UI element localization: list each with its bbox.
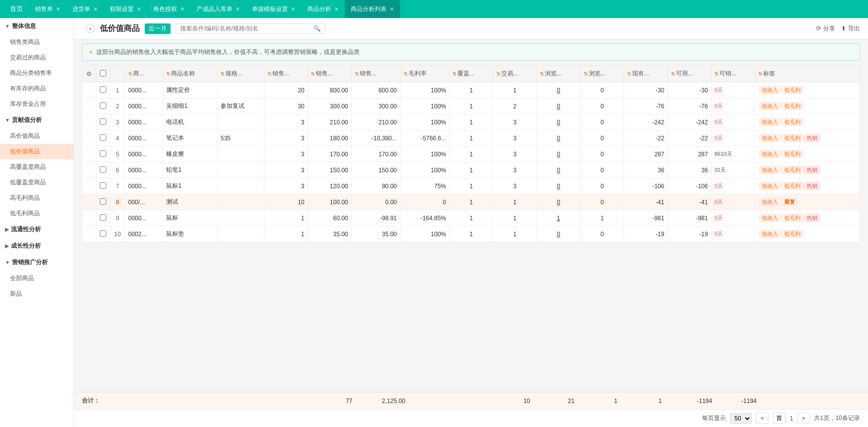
nav-template[interactable]: 单据模板设置✕ [246, 0, 301, 18]
sidebar-group-marketing[interactable]: ▼ 营销推广分析 [0, 254, 73, 271]
period-btn[interactable]: 近一月 [145, 23, 171, 34]
close-analysis-list-icon[interactable]: ✕ [390, 6, 394, 12]
col-sellable[interactable]: ⇅可销... [711, 65, 755, 82]
row-settings-btn[interactable] [82, 194, 96, 210]
sidebar-group-growth[interactable]: ▶ 成长性分析 [0, 238, 73, 254]
row-checkbox[interactable] [100, 134, 106, 141]
nav-analysis-list[interactable]: 商品分析列表✕ [345, 0, 400, 18]
sidebar-item-sales-goods[interactable]: 销售类商品 [0, 34, 73, 50]
col-browse1[interactable]: ⇅浏览... [537, 65, 580, 82]
row-name[interactable]: 鼠标垫 [163, 226, 217, 242]
sidebar-item-high-margin[interactable]: 高毛利商品 [0, 190, 73, 206]
row-settings-btn[interactable] [82, 82, 96, 98]
close-purchase-icon[interactable]: ✕ [93, 6, 98, 12]
row-name[interactable]: 鼠标 [163, 210, 217, 226]
sidebar-item-new-goods[interactable]: 新品 [0, 286, 73, 302]
row-checkbox[interactable] [100, 182, 106, 189]
search-icon[interactable]: 🔍 [313, 25, 321, 32]
row-checkbox[interactable] [100, 198, 106, 205]
export-btn[interactable]: ⬆ 导出 [841, 24, 860, 33]
close-role-icon[interactable]: ✕ [180, 6, 185, 12]
browse1-link[interactable]: 0 [557, 231, 560, 238]
browse1-link[interactable]: 0 [557, 119, 560, 126]
row-checkbox[interactable] [100, 166, 106, 173]
row-name[interactable]: 吴细细1 [163, 98, 217, 114]
row-settings-btn[interactable] [82, 98, 96, 114]
col-cover[interactable]: ⇅覆盖... [449, 65, 493, 82]
browse1-link[interactable]: 0 [557, 183, 560, 190]
col-current[interactable]: ⇅现有... [624, 65, 667, 82]
row-settings-btn[interactable] [82, 162, 96, 178]
row-name[interactable]: 属性定价 [163, 82, 217, 98]
browse1-link[interactable]: 0 [557, 135, 560, 142]
row-checkbox[interactable] [100, 102, 106, 109]
row-name[interactable]: 笔记本 [163, 130, 217, 146]
first-page-btn[interactable]: ＜ [756, 413, 769, 424]
sidebar-item-high-value[interactable]: 高价值商品 [0, 128, 73, 144]
nav-product-stock[interactable]: 产成品入库单✕ [191, 0, 246, 18]
col-sales-amt[interactable]: ⇅销售... [308, 65, 351, 82]
row-settings-btn[interactable] [82, 178, 96, 194]
col-spec[interactable]: ⇅规格... [217, 65, 264, 82]
col-settings[interactable]: ⚙ [82, 65, 96, 82]
sidebar-group-overall[interactable]: ▼ 整体信息 [0, 18, 73, 34]
col-browse2[interactable]: ⇅浏览... [580, 65, 624, 82]
row-name[interactable]: 电话机 [163, 114, 217, 130]
row-name[interactable]: 铅笔1 [163, 162, 217, 178]
nav-sales[interactable]: 销售单✕ [29, 0, 66, 18]
sidebar-item-low-margin[interactable]: 低毛利商品 [0, 206, 73, 221]
browse1-link[interactable]: 0 [557, 167, 560, 174]
row-settings-btn[interactable] [82, 210, 96, 226]
nav-role[interactable]: 角色授权✕ [147, 0, 191, 18]
select-all-checkbox[interactable] [100, 70, 106, 76]
sidebar-item-all-goods[interactable]: 全部商品 [0, 271, 73, 286]
row-checkbox[interactable] [100, 214, 106, 221]
row-checkbox[interactable] [100, 150, 106, 157]
sidebar-item-high-coverage[interactable]: 高覆盖度商品 [0, 159, 73, 175]
col-sales-amt2[interactable]: ⇅销售... [351, 65, 400, 82]
col-tags[interactable]: ⇅标签 [755, 65, 860, 82]
col-sales-qty[interactable]: ⇅销售... [264, 65, 307, 82]
col-name[interactable]: ⇅商品名称 [163, 65, 217, 82]
browse1-link[interactable]: 1 [557, 215, 560, 222]
sidebar-group-liquidity[interactable]: ▶ 流通性分析 [0, 221, 73, 238]
browse1-link[interactable]: 0 [557, 199, 560, 206]
col-checkbox[interactable] [96, 65, 110, 82]
col-available[interactable]: ⇅可用... [667, 65, 711, 82]
sidebar-item-low-coverage[interactable]: 低覆盖度商品 [0, 175, 73, 190]
close-analysis-icon[interactable]: ✕ [334, 6, 339, 12]
share-btn[interactable]: ⟳ 分享 [816, 24, 835, 33]
browse1-link[interactable]: 0 [557, 103, 560, 110]
row-checkbox[interactable] [100, 230, 106, 237]
row-settings-btn[interactable] [82, 130, 96, 146]
sidebar-group-contribution[interactable]: ▼ 贡献值分析 [0, 112, 73, 128]
row-name[interactable]: 橡皮擦 [163, 146, 217, 162]
sidebar-item-category-rate[interactable]: 商品分类销售率 [0, 65, 73, 81]
next-page-btn[interactable]: ＞ [797, 413, 810, 424]
nav-product-analysis[interactable]: 商品分析✕ [301, 0, 345, 18]
col-trade[interactable]: ⇅交易... [493, 65, 536, 82]
nav-home[interactable]: 首页 [4, 0, 29, 18]
row-settings-btn[interactable] [82, 114, 96, 130]
prev-page-label-btn[interactable]: 首 [773, 413, 786, 424]
nav-permission[interactable]: 权限设置✕ [104, 0, 147, 18]
close-productstock-icon[interactable]: ✕ [235, 6, 240, 12]
row-checkbox[interactable] [100, 118, 106, 125]
search-input[interactable] [180, 25, 311, 32]
browse1-link[interactable]: 0 [557, 87, 560, 94]
row-name[interactable]: 测试 [163, 194, 217, 210]
close-permission-icon[interactable]: ✕ [137, 6, 141, 12]
row-settings-btn[interactable] [82, 146, 96, 162]
row-name[interactable]: 鼠标1 [163, 178, 217, 194]
sidebar-item-stock-capital[interactable]: 库存资金占用 [0, 96, 73, 112]
sidebar-item-low-value[interactable]: 低价值商品 [0, 144, 73, 159]
row-checkbox[interactable] [100, 86, 106, 93]
nav-purchase[interactable]: 进货单✕ [66, 0, 104, 18]
row-settings-btn[interactable] [82, 226, 96, 242]
close-template-icon[interactable]: ✕ [291, 6, 295, 12]
close-sales-icon[interactable]: ✕ [56, 6, 60, 12]
browse1-link[interactable]: 0 [557, 151, 560, 158]
col-gross-rate[interactable]: ⇅毛利率 [400, 65, 449, 82]
sidebar-item-traded-goods[interactable]: 交易过的商品 [0, 50, 73, 65]
per-page-select[interactable]: 50 [730, 413, 752, 424]
